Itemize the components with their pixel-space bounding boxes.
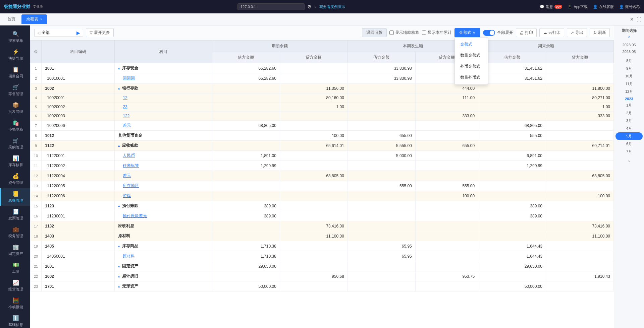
period-item-11[interactable]: 11月	[615, 80, 643, 88]
account-name[interactable]: 人民币	[115, 151, 212, 161]
period-item-4[interactable]: 4月	[615, 125, 643, 132]
tab-balance-sheet[interactable]: 余额表 ×	[21, 14, 47, 24]
account-name[interactable]: 差元	[115, 171, 212, 181]
sidebar-item-ledger[interactable]: 📒 总账管理	[0, 188, 30, 206]
sidebar-item-tax[interactable]: 💼 税务管理	[0, 223, 30, 241]
account-name[interactable]: 差元	[115, 121, 212, 131]
account-name[interactable]: 应收利息	[115, 221, 212, 231]
settings-icon[interactable]: ⚙	[307, 4, 312, 9]
period-item-2022-05[interactable]: 2023.05	[615, 42, 643, 48]
cell-debit-open	[212, 141, 280, 151]
period-item-2023-05[interactable]: 2023.05	[615, 48, 643, 55]
account-name[interactable]: 回回回	[115, 73, 212, 83]
account-name[interactable]: 预付账款差元	[115, 211, 212, 221]
sidebar-item-ecommerce[interactable]: 🛍️ 小畅电商	[0, 117, 30, 135]
account-name[interactable]: ▴ 无形资产	[115, 281, 212, 291]
checkbox-ytd[interactable]: 显示本年累计	[422, 30, 452, 36]
account-name[interactable]: 游戏	[115, 191, 212, 201]
sidebar-item-basic[interactable]: ℹ️ 基础信息	[0, 312, 30, 328]
period-arrow-down-icon[interactable]: ⌄	[627, 157, 631, 163]
url-input[interactable]	[237, 3, 305, 10]
checkbox-aux[interactable]: 显示辅助核算	[389, 30, 419, 36]
period-item-8[interactable]: 8月	[615, 57, 643, 65]
dropdown-item-qty-foreign[interactable]: 数量外币式	[455, 72, 488, 83]
cloud-print-btn[interactable]: ☁ 云打印	[539, 28, 564, 37]
sidebar-item-wholesale[interactable]: 📦 批发管理	[0, 99, 30, 117]
tab-home[interactable]: 首页	[3, 14, 20, 24]
account-name[interactable]: ▴ 预付账款	[115, 201, 212, 211]
account-name[interactable]: 23	[115, 103, 212, 112]
sidebar-item-search[interactable]: 🔍 搜索菜单	[0, 28, 30, 46]
tab-expand-btn[interactable]: ⛶	[637, 17, 641, 22]
sidebar-item-quicknav[interactable]: ⚡ 快捷导航	[0, 46, 30, 64]
account-name[interactable]: 其他货币资金	[115, 131, 212, 141]
service-btn[interactable]: 👤 在线客服	[593, 4, 614, 9]
table-settings-icon[interactable]: ⚙	[34, 49, 38, 54]
service-icon: 👤	[593, 5, 598, 9]
account-name[interactable]: 原材料	[115, 251, 212, 261]
sidebar-item-funds[interactable]: 💰 资金管理	[0, 170, 30, 188]
period-item-10[interactable]: 10月	[615, 72, 643, 80]
sidebar-item-purchase[interactable]: 🛒 采购管理	[0, 135, 30, 152]
user-btn[interactable]: 👤 账号名称	[619, 4, 640, 9]
dropdown-item-amount[interactable]: 金额式	[455, 39, 488, 50]
sidebar-item-contract[interactable]: 📋 项目合同	[0, 64, 30, 81]
period-item-2[interactable]: 2月	[615, 109, 643, 117]
toggle-switch-btn[interactable]	[483, 30, 495, 36]
period-arrow-up-icon[interactable]: ⌃	[627, 35, 631, 42]
period-item-7[interactable]: 7月	[615, 148, 643, 155]
table-row: 17 1132 应收利息 73,416.00 73,416.00	[31, 221, 614, 231]
account-name[interactable]: ▴ 库存现金	[115, 63, 212, 73]
mode-btn[interactable]: 金额式 ∧	[454, 28, 480, 37]
account-code: 11230001	[42, 211, 115, 221]
expand-btn[interactable]: ▽ 展开更多	[86, 28, 114, 37]
search-input[interactable]	[42, 30, 75, 35]
checkbox-ytd-input[interactable]	[422, 30, 426, 35]
account-name[interactable]: 原材料	[115, 231, 212, 241]
demo-link[interactable]: 我要看实例演示	[319, 4, 345, 9]
period-item-1[interactable]: 1月	[615, 102, 643, 109]
account-name[interactable]: ▴ 固定资产	[115, 261, 212, 271]
account-name[interactable]: 所在地区	[115, 181, 212, 191]
sidebar-item-assets[interactable]: 🏢 固定资产	[0, 241, 30, 259]
cell-credit-curr	[415, 231, 478, 241]
dropdown-item-foreign-amount[interactable]: 外币金额式	[455, 61, 488, 72]
account-name[interactable]: ▴ 银行存款	[115, 83, 212, 93]
account-name[interactable]: 12	[115, 93, 212, 103]
sidebar-item-retail[interactable]: 🛒 零售管理	[0, 81, 30, 99]
account-name[interactable]: ▴ 库存商品	[115, 241, 212, 251]
dropdown-item-qty-amount[interactable]: 数量金额式	[455, 50, 488, 61]
period-item-9[interactable]: 9月	[615, 65, 643, 72]
search-arrow-icon[interactable]: ▶	[76, 30, 80, 36]
refresh-btn[interactable]: ↻ 刷新	[590, 28, 610, 37]
sidebar-item-salary[interactable]: 💵 工资	[0, 259, 30, 277]
sidebar-item-invoice[interactable]: 🧾 发票管理	[0, 206, 30, 223]
back-to-old-btn[interactable]: 退回旧版	[362, 28, 387, 37]
account-name[interactable]: 122	[115, 112, 212, 121]
download-btn[interactable]: 📱 App下载	[568, 4, 588, 9]
tab-close-icon[interactable]: ×	[40, 17, 42, 21]
sidebar-item-expense[interactable]: 🧮 小畅报销	[0, 294, 30, 312]
account-name[interactable]: ▴ 应收账款	[115, 141, 212, 151]
tab-minimize-btn[interactable]: ✕	[630, 17, 634, 22]
account-name[interactable]: ▴ 累计折旧	[115, 271, 212, 281]
period-item-12[interactable]: 12月	[615, 88, 643, 95]
period-item-5[interactable]: 5月	[615, 132, 643, 140]
row-number: 6	[31, 112, 42, 121]
mode-dropdown-menu: 金额式 数量金额式 外币金额式 数量外币式	[454, 37, 488, 85]
purchase-icon: 🛒	[12, 137, 19, 144]
th-debit-close: 借方金额	[478, 52, 546, 63]
period-item-3[interactable]: 3月	[615, 117, 643, 125]
salary-icon: 💵	[12, 262, 19, 268]
messages-btn[interactable]: 💬 消息 99+	[540, 4, 562, 9]
refresh-icon: ↻	[593, 30, 597, 35]
sidebar-item-inventory[interactable]: 📊 库存核算	[0, 152, 30, 170]
service-label: 在线客服	[599, 4, 614, 9]
export-btn[interactable]: ↗ 导出	[567, 28, 587, 37]
print-btn[interactable]: 🖨 打印	[516, 28, 537, 37]
checkbox-aux-input[interactable]	[389, 30, 394, 35]
period-item-6[interactable]: 6月	[615, 140, 643, 148]
sidebar-item-management[interactable]: 📈 经营管理	[0, 277, 30, 294]
account-name[interactable]: 往来标签	[115, 161, 212, 171]
cell-debit-open	[212, 93, 280, 103]
